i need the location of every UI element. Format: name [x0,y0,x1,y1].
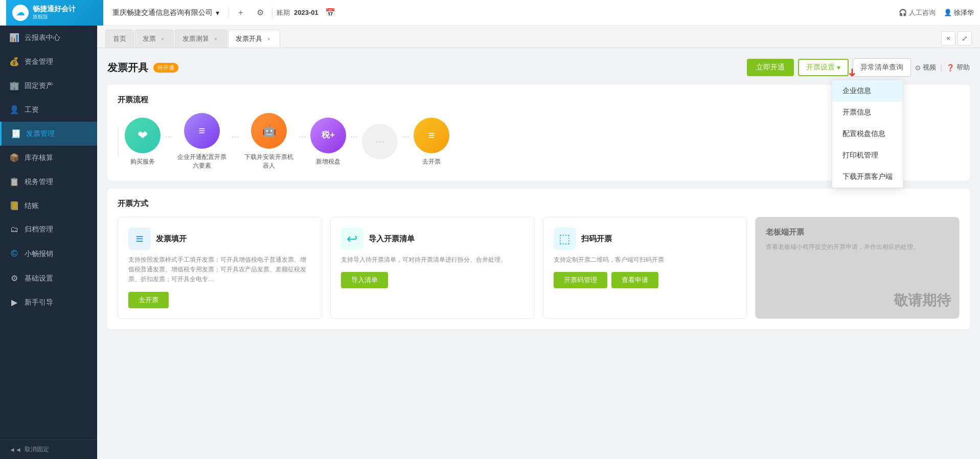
gear-icon: ⚙ [9,273,19,283]
sidebar-item-gongzi[interactable]: 👤 工资 [0,98,97,122]
dropdown-item-peizhishuipan[interactable]: 配置税盘信息 [832,123,903,145]
sidebar-item-zijin[interactable]: 💰 资金管理 [0,50,97,74]
settings-button[interactable]: 开票设置 ▾ [798,59,849,76]
company-selector[interactable]: 重庆畅捷交通信息咨询有限公司 ▾ [107,5,224,20]
app-badge: 旗舰版 [33,13,76,20]
step5-icon-symbol: ≡ [428,129,435,142]
sidebar-item-jichushezhi[interactable]: ⚙ 基础设置 [0,266,97,290]
tab-fapiaokaigu-close[interactable]: × [265,35,272,42]
qr-manage-button[interactable]: 开票码管理 [554,272,607,288]
card-scan-buttons: 开票码管理 查看申请 [554,272,737,288]
page-header: 发票开具 待开通 立即开通 开票设置 ▾ 异常清单查询 ⊙ 视频 [107,58,970,77]
play-icon: ▶ [9,297,19,307]
copyright-icon: © [9,248,19,259]
card-fill-title: 发票填开 [156,234,187,244]
dropdown-item-dayin[interactable]: 打印机管理 [832,145,903,166]
view-apply-button[interactable]: 查看申请 [611,272,658,288]
step4-icon-symbol: 税+ [322,130,334,141]
calendar-icon[interactable]: 📅 [323,5,338,20]
tab-fapiaokaigu[interactable]: 发票开具 × [228,30,280,48]
sidebar-label-shuiwu: 税务管理 [25,177,53,187]
sidebar-item-fapiao[interactable]: 🧾 发票管理 [0,122,97,146]
card-scan-title: 扫码开票 [581,234,612,244]
import-list-button[interactable]: 导入清单 [341,272,388,288]
dropdown-item-qiyeinfo[interactable]: 企业信息 [832,80,903,102]
card-boss-overlay: 敬请期待 [756,217,959,318]
user-profile[interactable]: 👤 徐泽华 [944,8,974,17]
help-button[interactable]: ❓ 帮助 [946,63,970,72]
company-name: 重庆畅捷交通信息咨询有限公司 [112,8,213,17]
arrow2: ··· [232,131,239,152]
settings-icon[interactable]: ⚙ [253,5,268,20]
tab-fapiaoceuan[interactable]: 发票测算 × [175,30,227,48]
box-icon: 📦 [9,153,19,163]
money-icon: 💰 [9,57,19,66]
sidebar-item-xinshouyindao[interactable]: ▶ 新手引导 [0,290,97,314]
tab-home-label: 首页 [113,34,126,43]
page-actions: 立即开通 开票设置 ▾ 异常清单查询 ⊙ 视频 | ❓ [747,58,970,77]
sidebar-scroll: 📊 云报表中心 💰 资金管理 🏢 固定资产 👤 工资 🧾 发票管理 [0,26,97,440]
card-import-desc: 支持导入待开票清单，可对待开票清单进行拆分、合并处理。 [341,255,524,265]
step5-placeholder-symbol: ··· [375,135,384,148]
step1-icon-symbol: ❤ [138,128,148,143]
divider-bar: | [940,63,942,72]
sidebar: 📊 云报表中心 💰 资金管理 🏢 固定资产 👤 工资 🧾 发票管理 [0,26,97,459]
step5-icon: ≡ [414,118,449,153]
tab-close-btn[interactable]: × [941,31,955,45]
payment-section: 开票方式 ≡ 发票填开 支持按照发票样式手工填开发票；可开具增值税电子普通发票、… [107,189,970,329]
video-button[interactable]: ⊙ 视频 [915,63,936,72]
card-scan-header: ⬚ 扫码开票 [554,227,737,250]
archive-icon: 🗂 [9,225,19,234]
tab-fapiaoceuan-label: 发票测算 [183,34,209,43]
divider1 [229,8,229,18]
sidebar-item-xiaochang[interactable]: © 小畅报销 [0,241,97,266]
payment-card-scan: ⬚ 扫码开票 支持定制开票二维码，客户端可扫码开票 开票码管理 查看申请 [543,217,747,319]
abnormal-button[interactable]: 异常清单查询 [853,58,911,77]
payment-card-fill: ≡ 发票填开 支持按照发票样式手工填开发票；可开具增值税电子普通发票、增值税普通… [118,217,322,319]
payment-cards: ≡ 发票填开 支持按照发票样式手工填开发票；可开具增值税电子普通发票、增值税普通… [118,217,960,319]
service-button[interactable]: 🎧 人工咨询 [899,8,936,17]
headset-icon: 🎧 [899,9,907,16]
clipboard-icon: 📋 [9,177,19,187]
step4-label: 新增税盘 [316,157,340,166]
tab-home[interactable]: 首页 [105,30,134,48]
dropdown-item-xiazai[interactable]: 下载开票客户端 [832,166,903,188]
sidebar-item-guidang[interactable]: 🗂 归档管理 [0,218,97,241]
cancel-pin[interactable]: ◄◄ 取消固定 [0,440,97,459]
dropdown-item-kaipiainfo[interactable]: 开票信息 [832,102,903,123]
fill-invoice-button[interactable]: 去开票 [128,292,169,308]
sidebar-label-yunbao: 云报表中心 [25,33,60,42]
sidebar-label-xiaochang: 小畅报销 [25,249,53,259]
sidebar-item-kucun[interactable]: 📦 库存核算 [0,146,97,170]
settings-dropdown: ➜ 企业信息 开票信息 配置税盘信息 打印机管理 下载开票客户端 [832,80,903,188]
sidebar-label-xinshouyindao: 新手引导 [25,298,53,307]
question-icon: ❓ [946,64,954,72]
sidebar-label-gongzi: 工资 [25,105,39,114]
tab-fapiao-close[interactable]: × [159,35,166,42]
flow-step-2: ≡ 企业开通配置开票六要素 [176,113,227,170]
card-scan-desc: 支持定制开票二维码，客户端可扫码开票 [554,255,737,265]
sidebar-item-gudingzichan[interactable]: 🏢 固定资产 [0,74,97,98]
service-label: 人工咨询 [909,8,936,17]
flow-left-bar [118,126,119,157]
activate-button[interactable]: 立即开通 [747,59,794,76]
add-icon[interactable]: + [233,5,248,20]
sidebar-label-zijin: 资金管理 [25,57,53,66]
step3-label: 下载并安装开票机器人 [243,153,294,170]
arrow5: ··· [402,131,409,152]
tab-fapiaoceuan-close[interactable]: × [212,35,219,42]
arrow4: ··· [350,131,358,152]
sidebar-item-yunbao[interactable]: 📊 云报表中心 [0,26,97,50]
tab-expand-btn[interactable]: ⤢ [958,31,972,45]
flow-step-1: ❤ 购买服务 [125,118,161,166]
sidebar-label-jiezhang: 结账 [25,201,39,211]
card-scan-icon: ⬚ [554,227,576,250]
chevron-down-settings-icon: ▾ [837,63,840,72]
sidebar-item-jiezhang[interactable]: 📒 结账 [0,194,97,218]
sidebar-item-shuiwu[interactable]: 📋 税务管理 [0,170,97,194]
sidebar-label-gudingzichan: 固定资产 [25,81,53,90]
page-title-area: 发票开具 待开通 [107,61,178,75]
tab-fapiao[interactable]: 发票 × [135,30,174,48]
step1-label: 购买服务 [130,157,155,166]
top-bar-right: 🎧 人工咨询 👤 徐泽华 [899,8,974,17]
